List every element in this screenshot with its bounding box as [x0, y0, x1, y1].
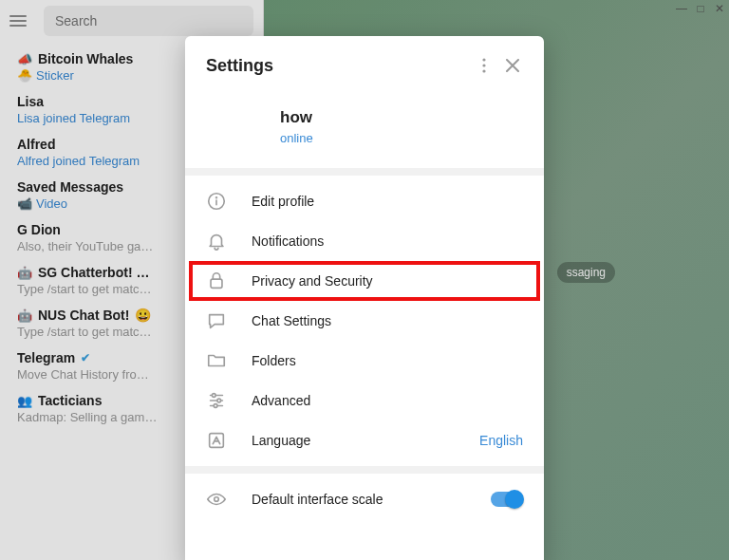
menu-item-edit[interactable]: Edit profile	[185, 181, 544, 221]
svg-point-14	[215, 497, 219, 502]
svg-point-12	[214, 404, 217, 408]
close-icon	[506, 59, 519, 72]
modal-header: Settings	[185, 36, 544, 91]
svg-rect-13	[210, 434, 224, 448]
lang-icon	[206, 430, 227, 451]
chat-icon	[206, 310, 227, 331]
menu-item-label: Chat Settings	[252, 313, 523, 328]
svg-point-1	[482, 64, 485, 66]
section-separator	[185, 168, 544, 176]
lock-icon	[206, 271, 227, 291]
svg-point-11	[217, 399, 221, 402]
svg-rect-6	[211, 279, 222, 288]
menu-item-label: Folders	[252, 353, 523, 368]
info-icon	[206, 191, 227, 212]
menu-item-language[interactable]: LanguageEnglish	[185, 420, 544, 460]
menu-item-extra: English	[479, 433, 523, 448]
menu-item-chat[interactable]: Chat Settings	[185, 301, 544, 341]
section-separator	[185, 466, 544, 474]
menu-item-notifications[interactable]: Notifications	[185, 221, 544, 261]
menu-item-label: Notifications	[252, 233, 523, 249]
menu-item-privacy[interactable]: Privacy and Security	[185, 261, 544, 301]
settings-menu-list: Edit profileNotificationsPrivacy and Sec…	[185, 176, 544, 466]
menu-item-label: Privacy and Security	[252, 273, 523, 289]
svg-point-5	[216, 197, 217, 198]
folder-icon	[206, 350, 227, 371]
settings-scale-section: Default interface scale	[185, 474, 544, 525]
menu-item-folders[interactable]: Folders	[185, 341, 544, 381]
more-vertical-icon	[482, 58, 486, 73]
menu-item-advanced[interactable]: Advanced	[185, 381, 544, 420]
bell-icon	[206, 231, 227, 252]
menu-item-label: Advanced	[252, 393, 523, 408]
modal-title: Settings	[206, 56, 470, 76]
more-menu-button[interactable]	[470, 51, 498, 80]
settings-modal: Settings how online Edit profileNotifica…	[185, 36, 544, 560]
eye-icon	[206, 489, 227, 510]
close-button[interactable]	[498, 51, 527, 80]
menu-item-scale[interactable]: Default interface scale	[185, 479, 544, 519]
profile-name: how	[280, 108, 523, 127]
svg-point-2	[482, 69, 485, 72]
sliders-icon	[206, 390, 227, 411]
profile-status: online	[280, 131, 523, 145]
profile-section: how online	[185, 91, 544, 168]
scale-toggle[interactable]	[491, 492, 523, 507]
menu-item-label: Default interface scale	[252, 492, 466, 507]
svg-point-0	[482, 58, 485, 61]
menu-item-label: Language	[252, 433, 455, 448]
menu-item-label: Edit profile	[252, 194, 523, 209]
svg-point-10	[212, 394, 215, 398]
